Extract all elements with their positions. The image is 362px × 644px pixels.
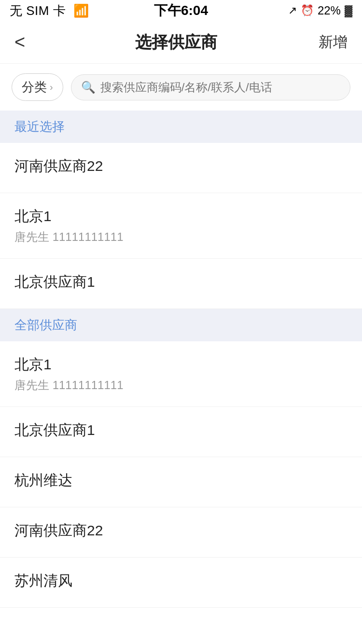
- item-name: 北京供应商1: [14, 272, 348, 292]
- section-header-recent: 最近选择: [0, 111, 362, 143]
- category-button[interactable]: 分类 ›: [12, 73, 63, 101]
- status-bar: 无 SIM 卡 📶 下午6:04 ↗ ⏰ 22% ▓: [0, 0, 362, 21]
- page-title: 选择供应商: [43, 31, 309, 54]
- search-box[interactable]: 🔍: [71, 74, 350, 100]
- list-item[interactable]: 北京供应商1: [0, 407, 362, 457]
- search-input[interactable]: [100, 81, 340, 94]
- chevron-right-icon: ›: [50, 82, 53, 93]
- item-name: 杭州维达: [14, 471, 348, 490]
- back-button[interactable]: <: [14, 32, 43, 53]
- item-name: 河南供应商22: [14, 521, 348, 541]
- item-name: 河南供应商22: [14, 156, 348, 176]
- status-left: 无 SIM 卡 📶: [10, 2, 89, 19]
- list-item[interactable]: 河南供应商22: [0, 507, 362, 558]
- status-right: ↗ ⏰ 22% ▓: [288, 4, 352, 17]
- list-item[interactable]: 杭州维达: [0, 457, 362, 507]
- item-sub: 唐先生 11111111111: [14, 229, 348, 245]
- battery-percent: 22%: [318, 4, 341, 17]
- item-name: 北京1: [14, 355, 348, 375]
- item-name: 北京1: [14, 207, 348, 226]
- status-time: 下午6:04: [154, 1, 208, 20]
- add-button[interactable]: 新增: [309, 32, 348, 52]
- list-item[interactable]: 北京供应商1: [0, 259, 362, 309]
- list-item[interactable]: 北京1唐先生 11111111111: [0, 341, 362, 407]
- category-label: 分类: [22, 79, 47, 96]
- filter-bar: 分类 › 🔍: [0, 64, 362, 111]
- list-item[interactable]: 河南供应商22: [0, 143, 362, 193]
- nav-bar: < 选择供应商 新增: [0, 21, 362, 64]
- search-icon: 🔍: [81, 81, 96, 94]
- battery-icon: ▓: [345, 4, 352, 17]
- list-item[interactable]: 北京1唐先生 11111111111: [0, 193, 362, 259]
- item-sub: 唐先生 11111111111: [14, 378, 348, 393]
- alarm-icon: ⏰: [301, 4, 314, 17]
- location-icon: ↗: [288, 4, 297, 17]
- sections-container: 最近选择河南供应商22北京1唐先生 11111111111北京供应商1全部供应商…: [0, 111, 362, 608]
- item-name: 北京供应商1: [14, 420, 348, 440]
- item-name: 苏州清风: [14, 571, 348, 591]
- list-item[interactable]: 苏州清风: [0, 558, 362, 608]
- back-icon: <: [14, 32, 25, 53]
- section-header-all: 全部供应商: [0, 309, 362, 341]
